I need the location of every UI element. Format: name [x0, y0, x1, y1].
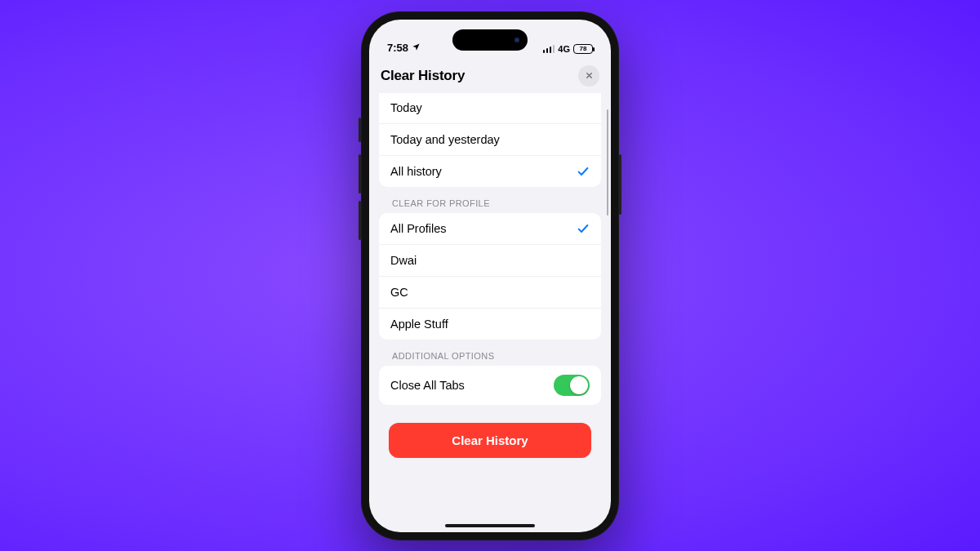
close-button[interactable] — [578, 65, 599, 87]
timeframe-group: Today Today and yesterday All history — [379, 93, 601, 187]
battery-icon: 78 — [573, 44, 593, 54]
signal-icon — [543, 45, 555, 53]
profile-option-dwai[interactable]: Dwai — [379, 245, 601, 277]
close-all-tabs-row[interactable]: Close All Tabs — [379, 366, 601, 405]
timeframe-option-today-yesterday[interactable]: Today and yesterday — [379, 124, 601, 156]
status-time: 7:58 — [387, 42, 408, 54]
sheet-header: Clear History — [369, 57, 611, 93]
button-label: Clear History — [452, 433, 528, 447]
option-label: Close All Tabs — [390, 379, 465, 392]
checkmark-icon — [577, 222, 590, 235]
option-label: GC — [390, 286, 408, 299]
location-icon — [412, 42, 421, 54]
iphone-frame: 7:58 4G 78 Clear History To — [361, 11, 619, 540]
option-label: All history — [390, 165, 442, 178]
profiles-section-label: CLEAR FOR PROFILE — [379, 198, 601, 213]
additional-section-label: ADDITIONAL OPTIONS — [379, 351, 601, 366]
additional-group: Close All Tabs — [379, 366, 601, 405]
screen: 7:58 4G 78 Clear History To — [369, 20, 611, 532]
silent-switch — [359, 118, 361, 142]
profile-option-all[interactable]: All Profiles — [379, 213, 601, 245]
option-label: Apple Stuff — [390, 318, 448, 331]
scroll-indicator[interactable] — [607, 109, 609, 216]
close-all-tabs-toggle[interactable] — [554, 375, 590, 396]
clear-history-button[interactable]: Clear History — [389, 423, 591, 458]
home-indicator[interactable] — [445, 524, 535, 527]
volume-down-button — [359, 201, 361, 240]
page-title: Clear History — [381, 68, 465, 84]
option-label: Today — [390, 101, 422, 114]
profile-option-apple-stuff[interactable]: Apple Stuff — [379, 309, 601, 340]
checkmark-icon — [577, 165, 590, 178]
timeframe-option-today[interactable]: Today — [379, 93, 601, 124]
timeframe-option-all-history[interactable]: All history — [379, 156, 601, 187]
option-label: All Profiles — [390, 222, 447, 235]
network-label: 4G — [558, 44, 570, 54]
side-button — [619, 154, 621, 215]
volume-up-button — [359, 154, 361, 193]
profile-option-gc[interactable]: GC — [379, 277, 601, 309]
close-icon — [585, 71, 594, 80]
content-area: Today Today and yesterday All history CL… — [369, 93, 611, 532]
profiles-group: All Profiles Dwai GC Apple Stuff — [379, 213, 601, 340]
option-label: Today and yesterday — [390, 133, 500, 146]
dynamic-island — [452, 29, 528, 51]
option-label: Dwai — [390, 254, 416, 267]
